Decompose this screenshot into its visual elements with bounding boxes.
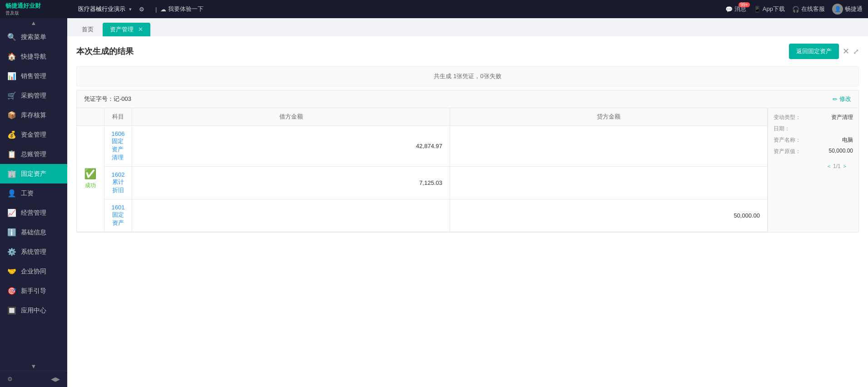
row1-debit: 42,874.97 xyxy=(132,126,450,167)
sidebar-scroll-down[interactable]: ▼ xyxy=(0,362,67,371)
divider: | xyxy=(155,6,157,13)
tab-asset-mgmt[interactable]: 资产管理 ✕ xyxy=(103,23,150,36)
row2-credit xyxy=(450,167,767,199)
top-header: 畅捷通好业财 普及版 医疗器械行业演示 ▾ ⚙ | ☁ 我要体验一下 💬 消息 … xyxy=(0,0,868,18)
asset-name-value: 电脑 xyxy=(842,136,853,144)
edit-icon: ✏ xyxy=(833,96,838,103)
sidebar-item-fixed-assets[interactable]: 🏢 固定资产 xyxy=(0,164,67,184)
fixed-assets-icon: 🏢 xyxy=(7,169,16,178)
sidebar-item-sales[interactable]: 📊 销售管理 xyxy=(0,66,67,86)
sidebar-item-enterprise[interactable]: 🤝 企业协同 xyxy=(0,262,67,281)
app-center-icon: 🔲 xyxy=(7,306,16,315)
table-row: 1601 固定资产 50,000.00 xyxy=(77,199,768,232)
date-label: 日期： xyxy=(774,125,790,133)
logo-subtitle: 普及版 xyxy=(5,10,19,16)
sidebar-item-purchase[interactable]: 🛒 采购管理 xyxy=(0,86,67,105)
message-icon: 💬 xyxy=(725,6,733,13)
sales-icon: 📊 xyxy=(7,72,16,80)
message-btn[interactable]: 💬 消息 99 xyxy=(725,5,746,13)
company-name: 医疗器械行业演示 xyxy=(78,5,125,13)
change-type-row: 变动类型： 资产清理 xyxy=(774,114,853,121)
row2-account: 1602 累计折旧 xyxy=(104,167,132,199)
ledger-icon: 📋 xyxy=(7,150,16,159)
return-btn[interactable]: 返回固定资产 xyxy=(789,44,839,59)
sidebar-item-inventory[interactable]: 📦 库存核算 xyxy=(0,105,67,125)
message-badge: 99 xyxy=(739,2,750,7)
sidebar-item-sales-label: 销售管理 xyxy=(21,72,46,80)
tab-close-icon[interactable]: ✕ xyxy=(138,26,143,33)
search-icon: 🔍 xyxy=(7,33,16,41)
sidebar-item-operations-label: 经营管理 xyxy=(21,209,46,217)
edit-btn[interactable]: ✏ 修改 xyxy=(833,95,851,103)
system-icon: ⚙️ xyxy=(7,248,16,256)
sidebar-item-payroll[interactable]: 👤 工资 xyxy=(0,184,67,203)
voucher-header: 凭证字号：记-003 ✏ 修改 xyxy=(77,90,858,108)
row2-debit: 7,125.03 xyxy=(132,167,450,199)
success-icon: ✅ xyxy=(84,168,96,180)
expand-btn[interactable]: ⤢ xyxy=(853,47,859,56)
sidebar-item-ledger[interactable]: 📋 总账管理 xyxy=(0,144,67,164)
sidebar-item-fixed-assets-label: 固定资产 xyxy=(21,170,46,178)
dropdown-icon[interactable]: ▾ xyxy=(129,6,132,12)
inventory-icon: 📦 xyxy=(7,111,16,119)
sidebar-item-inventory-label: 库存核算 xyxy=(21,111,46,119)
sidebar-item-guide-label: 新手引导 xyxy=(21,287,46,295)
sidebar-item-search[interactable]: 🔍 搜索菜单 xyxy=(0,27,67,47)
page-header-row: 本次生成的结果 返回固定资产 ✕ ⤢ xyxy=(76,44,859,59)
prev-page-btn[interactable]: ＜ xyxy=(826,163,832,169)
sidebar-item-finance[interactable]: 💰 资金管理 xyxy=(0,125,67,144)
sidebar-item-finance-label: 资金管理 xyxy=(21,131,46,139)
success-text: 成功 xyxy=(85,182,96,189)
row3-account: 1601 固定资产 xyxy=(104,199,132,232)
online-service-btn[interactable]: 🎧 在线客服 xyxy=(792,5,825,13)
pagination: ＜ 1/1 ＞ xyxy=(774,159,853,174)
sidebar-item-basic-info[interactable]: ℹ️ 基础信息 xyxy=(0,223,67,242)
original-value-value: 50,000.00 xyxy=(829,148,853,155)
header-settings-icon[interactable]: ⚙ xyxy=(135,3,148,15)
logo-area: 畅捷通好业财 普及版 xyxy=(5,2,73,16)
logo-title: 畅捷通好业财 xyxy=(5,2,41,10)
sidebar-item-app-center[interactable]: 🔲 应用中心 xyxy=(0,301,67,320)
date-row: 日期： xyxy=(774,125,853,133)
sidebar-settings-icon[interactable]: ⚙ xyxy=(7,376,13,382)
row1-credit xyxy=(450,126,767,167)
tab-home[interactable]: 首页 xyxy=(74,23,101,36)
main-layout: ▲ 🔍 搜索菜单 🏠 快捷导航 📊 销售管理 🛒 采购管理 📦 库存核算 xyxy=(0,18,868,387)
pagination-text: 1/1 xyxy=(833,163,842,169)
row1-account: 1606 固定资产清理 xyxy=(104,126,132,167)
page-title: 本次生成的结果 xyxy=(76,46,134,57)
header-right: 💬 消息 99 📱 App下载 🎧 在线客服 👤 畅捷通 xyxy=(725,4,863,15)
enterprise-icon: 🤝 xyxy=(7,267,16,276)
payroll-icon: 👤 xyxy=(7,189,16,198)
sidebar-toggle-icon[interactable]: ◀▶ xyxy=(51,376,60,382)
sidebar-items: 🔍 搜索菜单 🏠 快捷导航 📊 销售管理 🛒 采购管理 📦 库存核算 💰 xyxy=(0,27,67,362)
sidebar-item-system[interactable]: ⚙️ 系统管理 xyxy=(0,242,67,262)
app-download-btn[interactable]: 📱 App下载 xyxy=(754,5,785,13)
table-row: 1602 累计折旧 7,125.03 xyxy=(77,167,768,199)
close-btn[interactable]: ✕ xyxy=(843,46,849,56)
col-credit: 贷方金额 xyxy=(450,108,767,126)
page-content: 本次生成的结果 返回固定资产 ✕ ⤢ 共生成 1张凭证，0张失败 凭证字号：记-… xyxy=(67,36,868,387)
sidebar-item-quick-nav[interactable]: 🏠 快捷导航 xyxy=(0,47,67,66)
table-row: ✅ 成功 1606 固定资产清理 42,874.97 xyxy=(77,126,768,167)
sidebar-scroll-up[interactable]: ▲ xyxy=(0,18,67,27)
asset-name-row: 资产名称： 电脑 xyxy=(774,136,853,144)
sidebar-item-operations[interactable]: 📈 经营管理 xyxy=(0,203,67,223)
summary-row: 共生成 1张凭证，0张失败 xyxy=(76,66,859,86)
change-type-value: 资产清理 xyxy=(831,114,853,121)
asset-name-label: 资产名称： xyxy=(774,136,801,144)
sidebar-item-system-label: 系统管理 xyxy=(21,248,46,256)
purchase-icon: 🛒 xyxy=(7,91,16,100)
voucher-body: 科目 借方金额 贷方金额 ✅ 成 xyxy=(77,108,858,232)
next-page-btn[interactable]: ＞ xyxy=(842,163,848,169)
sidebar-item-guide[interactable]: 🎯 新手引导 xyxy=(0,281,67,301)
change-type-label: 变动类型： xyxy=(774,114,801,121)
sidebar-bottom: ⚙ ◀▶ xyxy=(0,371,67,387)
voucher-card: 凭证字号：记-003 ✏ 修改 科目 xyxy=(76,90,859,233)
headset-icon: 🎧 xyxy=(792,6,799,13)
experience-btn[interactable]: ☁ 我要体验一下 xyxy=(160,5,203,13)
phone-icon: 📱 xyxy=(754,6,761,13)
finance-icon: 💰 xyxy=(7,130,16,139)
sidebar-item-app-center-label: 应用中心 xyxy=(21,307,46,315)
user-btn[interactable]: 👤 畅捷通 xyxy=(832,4,863,15)
